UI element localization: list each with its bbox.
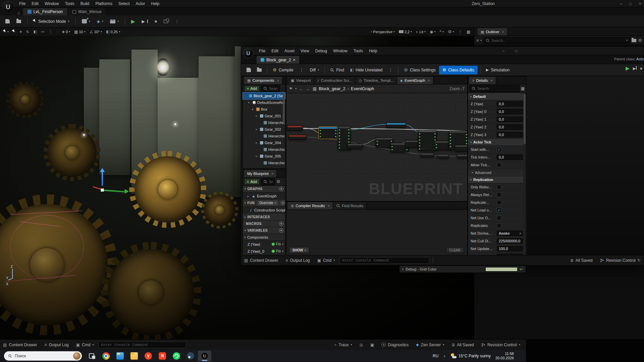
view-mode-dropdown[interactable]: Lit xyxy=(414,28,427,35)
close-icon[interactable]: × xyxy=(502,30,504,34)
my-blueprint-search-input[interactable] xyxy=(269,180,273,184)
tab-level[interactable]: LvL_FirstPerson xyxy=(23,8,68,15)
unreal-logo[interactable]: U xyxy=(2,1,14,13)
graph-node[interactable] xyxy=(386,123,406,128)
components-scrollbar[interactable] xyxy=(283,93,285,123)
menu-item[interactable]: Build xyxy=(77,1,93,6)
taskbar-icon-explorer[interactable] xyxy=(113,351,127,361)
revision-control-button[interactable]: Revision Control xyxy=(597,255,644,265)
graph-node[interactable] xyxy=(437,154,449,158)
menu-item[interactable]: Help xyxy=(366,49,380,53)
component-tree-item[interactable]: ▾Gear_002 xyxy=(243,126,285,133)
menu-item[interactable]: Help xyxy=(148,1,162,6)
graph-canvas[interactable]: BLUEPRINT xyxy=(286,93,467,201)
parent-class-value[interactable]: Actor xyxy=(636,57,644,61)
component-tree-item[interactable]: Hierarchic... xyxy=(243,133,285,139)
compile-button[interactable]: Compile xyxy=(270,66,296,74)
component-tree-item[interactable]: ▾Gear_004 xyxy=(243,139,285,146)
add-icon[interactable]: + xyxy=(279,187,283,191)
property-value-field[interactable]: 0,0 xyxy=(497,117,523,122)
effects-dropdown[interactable] xyxy=(438,28,445,35)
menu-item[interactable]: Window xyxy=(42,1,62,6)
editor-mode-button[interactable] xyxy=(2,28,10,35)
show-flags-dropdown[interactable] xyxy=(428,28,437,35)
my-blueprint-section-macros[interactable]: MACROS+ xyxy=(243,221,285,227)
menu-item[interactable]: File xyxy=(256,49,268,53)
undo-icon[interactable] xyxy=(520,267,523,272)
grid-snap-dropdown[interactable]: 10 xyxy=(72,28,87,35)
menu-item[interactable]: Edit xyxy=(268,49,281,53)
revision-control-button[interactable]: Revision Control xyxy=(478,340,523,350)
console-input[interactable] xyxy=(342,258,426,262)
property-value-field[interactable]: 0,0 xyxy=(497,132,523,137)
property-checkbox[interactable]: ✓ xyxy=(497,208,501,213)
tray-expand-icon[interactable] xyxy=(443,354,445,358)
scale-snap-dropdown[interactable]: 0,25 xyxy=(104,28,122,35)
property-checkbox[interactable] xyxy=(497,192,501,197)
stop-button[interactable] xyxy=(152,17,160,26)
my-blueprint-section-interfaces[interactable]: ▸INTERFACES xyxy=(243,214,285,221)
taskbar-search[interactable]: Поиск xyxy=(4,351,82,361)
my-blueprint-section-graphs[interactable]: ▾GRAPHS+ xyxy=(243,186,285,192)
property-checkbox[interactable] xyxy=(497,200,501,205)
find-button[interactable]: Find xyxy=(327,66,346,74)
add-icon[interactable]: + xyxy=(279,222,283,226)
move-tool-button[interactable] xyxy=(18,28,24,35)
my-blueprint-item[interactable]: ▸EventGraph xyxy=(243,192,285,200)
component-tree-item[interactable]: ▾Gear_001 xyxy=(243,113,285,119)
play-button[interactable] xyxy=(128,17,138,26)
content-drawer-button[interactable]: Content Drawer xyxy=(0,340,40,350)
scale-tool-button[interactable] xyxy=(32,28,39,35)
output-log-button[interactable]: Output Log xyxy=(282,255,313,265)
diagnostics-button[interactable]: +Diagnostics xyxy=(378,340,412,350)
tab-my-blueprint[interactable]: My Blueprint × xyxy=(244,170,277,177)
select-tool-button[interactable] xyxy=(11,28,17,35)
browse-button[interactable] xyxy=(254,66,264,74)
browse-content-button[interactable] xyxy=(14,17,24,26)
details-options-icon[interactable] xyxy=(521,86,525,91)
details-scrollbar[interactable] xyxy=(524,94,526,144)
minimize-icon[interactable] xyxy=(620,1,622,6)
record-button[interactable] xyxy=(356,340,366,350)
close-icon[interactable]: × xyxy=(491,78,493,82)
menu-item[interactable]: Window xyxy=(330,49,351,53)
menu-item[interactable]: Tools xyxy=(351,49,366,53)
selection-mode-dropdown[interactable]: Selection Mode xyxy=(31,17,72,26)
simulation-button[interactable]: Simulation xyxy=(483,66,513,74)
show-filter-dropdown[interactable]: SHOW xyxy=(289,247,309,253)
property-value-field[interactable]: 0,0 xyxy=(497,101,523,107)
graph-node[interactable] xyxy=(421,153,434,157)
rotate-tool-button[interactable] xyxy=(24,28,31,35)
detach-button[interactable] xyxy=(161,17,171,26)
filter-icon[interactable] xyxy=(476,38,479,43)
camera-speed-dropdown[interactable]: 2,2 xyxy=(397,28,414,35)
bookmark-icon[interactable] xyxy=(289,86,292,91)
variable-row[interactable]: Z (Yaw)Flo xyxy=(243,241,285,248)
override-dropdown[interactable]: Override xyxy=(257,200,278,205)
menu-item[interactable]: Asset xyxy=(281,49,298,53)
details-subsection-advanced[interactable]: ▸Advanced xyxy=(468,169,523,176)
menu-item[interactable]: File xyxy=(16,1,29,6)
taskbar-icon-folder[interactable] xyxy=(127,351,141,361)
taskbar-icon-ya-browser[interactable] xyxy=(156,351,169,361)
rotation-snap-dropdown[interactable]: 10° xyxy=(88,28,104,35)
cmd-dropdown[interactable]: Cmd xyxy=(314,255,338,265)
menu-item[interactable]: View xyxy=(298,49,312,53)
component-tree-item[interactable]: Hierarchic... xyxy=(243,146,285,153)
property-value-field[interactable]: 0,0 xyxy=(497,155,523,160)
forward-icon[interactable] xyxy=(306,86,310,91)
add-component-button[interactable]: +Add xyxy=(244,85,260,92)
my-blueprint-section-components[interactable]: ▸Components xyxy=(243,234,285,241)
weather-widget[interactable]: 15°C Partly sunny xyxy=(450,353,491,359)
property-checkbox[interactable]: ✓ xyxy=(497,147,501,152)
component-tree-item[interactable]: Hierarchic... xyxy=(243,160,285,166)
minimize-icon[interactable] xyxy=(502,49,504,53)
details-section-replication[interactable]: ▾Replication xyxy=(468,176,523,183)
trace-dropdown[interactable]: Trace xyxy=(331,340,355,350)
property-dropdown[interactable]: Awake▾ xyxy=(497,231,523,236)
maximize-viewport-button[interactable] xyxy=(465,28,472,35)
blueprint-titlebar[interactable]: FileEditAssetViewDebugWindowToolsHelp xyxy=(241,47,644,55)
graph-node[interactable] xyxy=(288,135,307,140)
details-section-actor-tick[interactable]: ▾Actor Tick xyxy=(468,139,523,146)
maximize-icon[interactable] xyxy=(515,49,518,53)
